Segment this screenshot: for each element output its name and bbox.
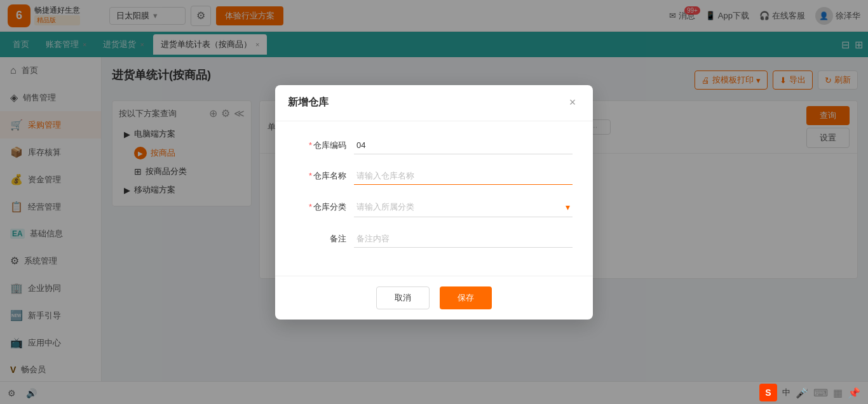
save-button[interactable]: 保存 <box>440 286 492 309</box>
cancel-button[interactable]: 取消 <box>376 286 430 309</box>
modal-header: 新增仓库 × <box>275 85 593 121</box>
pin-icon[interactable]: 📌 <box>848 387 860 399</box>
keyboard-icon[interactable]: ⌨ <box>813 387 828 399</box>
modal-overlay[interactable]: 新增仓库 × *仓库编码 *仓库名称 *仓库分类 <box>0 0 868 404</box>
add-warehouse-modal: 新增仓库 × *仓库编码 *仓库名称 *仓库分类 <box>275 85 593 320</box>
category-label: *仓库分类 <box>295 201 346 213</box>
grid-icon[interactable]: ▦ <box>833 387 843 399</box>
name-required-mark: * <box>309 171 312 180</box>
form-row-code: *仓库编码 <box>295 137 573 154</box>
modal-close-button[interactable]: × <box>565 95 580 111</box>
note-label: 备注 <box>295 233 346 245</box>
form-row-category: *仓库分类 请输入所属分类 ▾ <box>295 198 573 217</box>
category-select[interactable]: 请输入所属分类 ▾ <box>354 198 573 217</box>
category-dropdown-arrow: ▾ <box>566 202 570 212</box>
name-label: *仓库名称 <box>295 170 346 182</box>
code-label: *仓库编码 <box>295 140 346 151</box>
category-required-mark: * <box>309 202 312 212</box>
mic-icon[interactable]: 🎤 <box>796 387 808 399</box>
code-input[interactable] <box>354 137 573 154</box>
modal-body: *仓库编码 *仓库名称 *仓库分类 请输入所属分类 ▾ <box>275 121 593 276</box>
zh-label: 中 <box>782 387 790 398</box>
form-row-note: 备注 <box>295 230 573 248</box>
bottom-right-icons: S 中 🎤 ⌨ ▦ 📌 <box>752 381 868 404</box>
modal-title: 新增仓库 <box>288 96 329 109</box>
code-required-mark: * <box>309 140 312 150</box>
form-row-name: *仓库名称 <box>295 167 573 185</box>
name-input[interactable] <box>354 167 573 185</box>
category-placeholder: 请输入所属分类 <box>356 201 566 213</box>
modal-footer: 取消 保存 <box>275 276 593 320</box>
note-input[interactable] <box>354 230 573 248</box>
s-logo: S <box>759 384 777 401</box>
